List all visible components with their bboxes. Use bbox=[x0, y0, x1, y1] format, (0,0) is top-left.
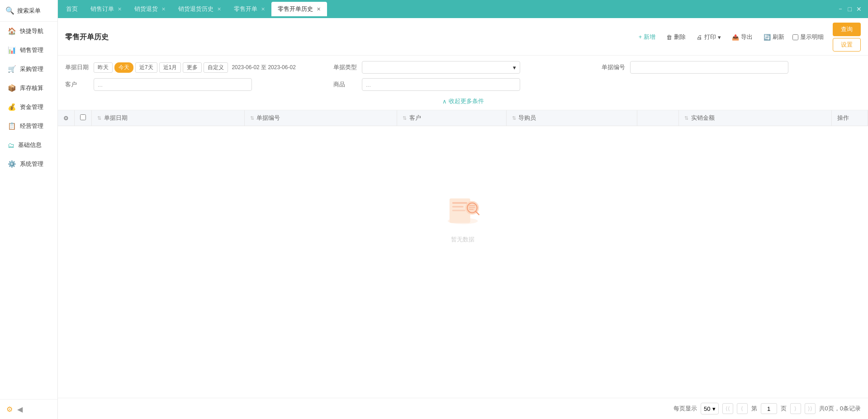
sidebar-item-quick-nav[interactable]: 🏠 快捷导航 bbox=[0, 22, 57, 41]
tab-sales-return-history[interactable]: 销货退货历史 ✕ bbox=[172, 2, 228, 16]
tab-retail-open-close[interactable]: ✕ bbox=[261, 6, 265, 12]
new-button[interactable]: + 新增 bbox=[636, 31, 658, 43]
tab-sales-return-history-label: 销货退货历史 bbox=[178, 5, 213, 13]
sort-icon: ⇅ bbox=[403, 115, 407, 121]
filter-row-2: 客户 ... 商品 ... bbox=[65, 78, 861, 91]
display-detail-checkbox[interactable]: 显示明细 bbox=[792, 33, 824, 41]
delete-button-label: 删除 bbox=[674, 33, 686, 41]
chart-icon: 📊 bbox=[8, 46, 16, 54]
svg-rect-3 bbox=[452, 206, 464, 207]
th-actions-label: 操作 bbox=[837, 114, 849, 121]
search-icon: 🔍 bbox=[5, 6, 14, 15]
tab-home[interactable]: 首页 bbox=[60, 2, 84, 16]
type-filter-group: 单据类型 ▾ bbox=[333, 61, 593, 74]
query-button[interactable]: 查询 bbox=[833, 23, 861, 36]
tab-retail-open-history-label: 零售开单历史 bbox=[278, 5, 313, 13]
tab-sales-order[interactable]: 销售订单 ✕ bbox=[84, 2, 128, 16]
sidebar-item-finance[interactable]: 💰 资金管理 bbox=[0, 98, 57, 117]
last-page-btn[interactable]: ⟩⟩ bbox=[805, 403, 816, 414]
type-select-arrow: ▾ bbox=[513, 64, 516, 71]
sidebar-item-inventory[interactable]: 📦 库存核算 bbox=[0, 79, 57, 98]
date-more-btn[interactable]: 更多 bbox=[183, 62, 202, 73]
export-button[interactable]: 📤 导出 bbox=[729, 31, 755, 43]
product-filter-input[interactable]: ... bbox=[362, 78, 520, 91]
tab-home-label: 首页 bbox=[66, 5, 78, 13]
home-icon: 🏠 bbox=[8, 27, 16, 35]
table-area: ⚙ ⇅ 单据日期 ⇅ 单据编号 ⇅ 客户 bbox=[58, 110, 868, 398]
page-title: 零售开单历史 bbox=[65, 33, 109, 42]
display-detail-label: 显示明细 bbox=[800, 33, 824, 41]
content-area: 零售开单历史 + 新增 🗑 删除 🖨 打印 ▾ 📤 导出 bbox=[58, 18, 868, 419]
refresh-button[interactable]: 🔄 刷新 bbox=[761, 31, 787, 43]
date-buttons: 昨天 今天 近7天 近1月 更多 自定义 bbox=[94, 62, 228, 73]
first-page-btn[interactable]: ⟨⟨ bbox=[722, 403, 733, 414]
th-salesperson[interactable]: ⇅ 导购员 bbox=[506, 110, 637, 126]
th-spacer bbox=[637, 110, 679, 126]
page-size-value: 50 bbox=[704, 405, 710, 412]
date-today-btn[interactable]: 今天 bbox=[114, 62, 133, 73]
customer-filter-input[interactable]: ... bbox=[94, 78, 252, 91]
date-custom-btn[interactable]: 自定义 bbox=[204, 62, 228, 73]
window-minimize-icon[interactable]: － bbox=[837, 5, 844, 13]
tab-retail-open-history-close[interactable]: ✕ bbox=[317, 6, 321, 12]
empty-illustration bbox=[440, 189, 485, 230]
tab-sales-return[interactable]: 销货退货 ✕ bbox=[128, 2, 172, 16]
prev-page-btn[interactable]: ⟨ bbox=[737, 403, 748, 414]
sidebar-item-sales-mgmt[interactable]: 📊 销售管理 bbox=[0, 41, 57, 60]
collapse-label: 收起更多条件 bbox=[449, 97, 484, 105]
collapse-sidebar-icon[interactable]: ◀ bbox=[17, 405, 23, 414]
th-checkbox[interactable] bbox=[75, 110, 92, 126]
next-page-btn[interactable]: ⟩ bbox=[790, 403, 801, 414]
sort-icon: ⇅ bbox=[97, 115, 101, 121]
empty-state: 暂无数据 bbox=[58, 126, 868, 307]
display-detail-input[interactable] bbox=[792, 34, 798, 40]
settings-button[interactable]: 设置 bbox=[833, 38, 861, 52]
sidebar-bottom: ⚙ ◀ bbox=[0, 399, 57, 419]
window-close-icon[interactable]: ✕ bbox=[856, 5, 862, 13]
print-button[interactable]: 🖨 打印 ▾ bbox=[694, 31, 724, 43]
product-placeholder: ... bbox=[366, 81, 371, 88]
tab-sales-return-history-close[interactable]: ✕ bbox=[217, 6, 221, 12]
sidebar-search[interactable]: 🔍 搜索采单 bbox=[0, 0, 57, 22]
th-customer[interactable]: ⇅ 客户 bbox=[397, 110, 507, 126]
th-number[interactable]: ⇅ 单据编号 bbox=[244, 110, 397, 126]
date-1month-btn[interactable]: 近1月 bbox=[159, 62, 181, 73]
settings-gear-icon[interactable]: ⚙ bbox=[6, 405, 13, 414]
th-amount[interactable]: ⇅ 实销金额 bbox=[679, 110, 832, 126]
money-icon: 💰 bbox=[8, 103, 16, 111]
th-date[interactable]: ⇅ 单据日期 bbox=[92, 110, 245, 126]
tab-sales-return-close[interactable]: ✕ bbox=[161, 6, 166, 12]
page-suffix-label: 页 bbox=[781, 405, 787, 413]
page-toolbar: 零售开单历史 + 新增 🗑 删除 🖨 打印 ▾ 📤 导出 bbox=[58, 18, 868, 56]
sidebar-item-basic-info[interactable]: 🗂 基础信息 bbox=[0, 136, 57, 155]
sidebar-item-system[interactable]: ⚙️ 系统管理 bbox=[0, 155, 57, 174]
collapse-filter-btn[interactable]: ∧ 收起更多条件 bbox=[65, 95, 861, 107]
date-7days-btn[interactable]: 近7天 bbox=[135, 62, 157, 73]
sidebar-item-purchase-mgmt[interactable]: 🛒 采购管理 bbox=[0, 60, 57, 79]
window-maximize-icon[interactable]: □ bbox=[848, 5, 852, 13]
type-filter-select[interactable]: ▾ bbox=[362, 61, 520, 74]
sidebar-item-operations[interactable]: 📋 经营管理 bbox=[0, 117, 57, 136]
tab-retail-open[interactable]: 零售开单 ✕ bbox=[228, 2, 271, 16]
th-amount-label: 实销金额 bbox=[691, 114, 715, 121]
sort-icon: ⇅ bbox=[512, 115, 516, 121]
export-button-label: 导出 bbox=[741, 33, 753, 41]
per-page-label: 每页显示 bbox=[674, 405, 697, 413]
refresh-button-label: 刷新 bbox=[773, 33, 784, 41]
select-all-checkbox[interactable] bbox=[80, 114, 86, 120]
th-settings[interactable]: ⚙ bbox=[58, 110, 75, 126]
th-salesperson-label: 导购员 bbox=[518, 114, 536, 121]
page-number-input[interactable] bbox=[761, 403, 777, 414]
refresh-icon: 🔄 bbox=[764, 34, 771, 41]
type-filter-label: 单据类型 bbox=[333, 63, 358, 71]
tab-sales-order-close[interactable]: ✕ bbox=[118, 6, 122, 12]
delete-button[interactable]: 🗑 删除 bbox=[664, 31, 688, 43]
number-filter-input[interactable] bbox=[630, 61, 788, 74]
date-yesterday-btn[interactable]: 昨天 bbox=[94, 62, 113, 73]
filter-row-1: 单据日期 昨天 今天 近7天 近1月 更多 自定义 2023-06-02 至 2… bbox=[65, 61, 861, 74]
customer-placeholder: ... bbox=[98, 81, 103, 88]
page-size-select[interactable]: 50 ▾ bbox=[701, 403, 718, 414]
sidebar-item-label: 经营管理 bbox=[20, 122, 43, 130]
customer-filter-label: 客户 bbox=[65, 80, 90, 89]
tab-retail-open-history[interactable]: 零售开单历史 ✕ bbox=[271, 2, 327, 16]
